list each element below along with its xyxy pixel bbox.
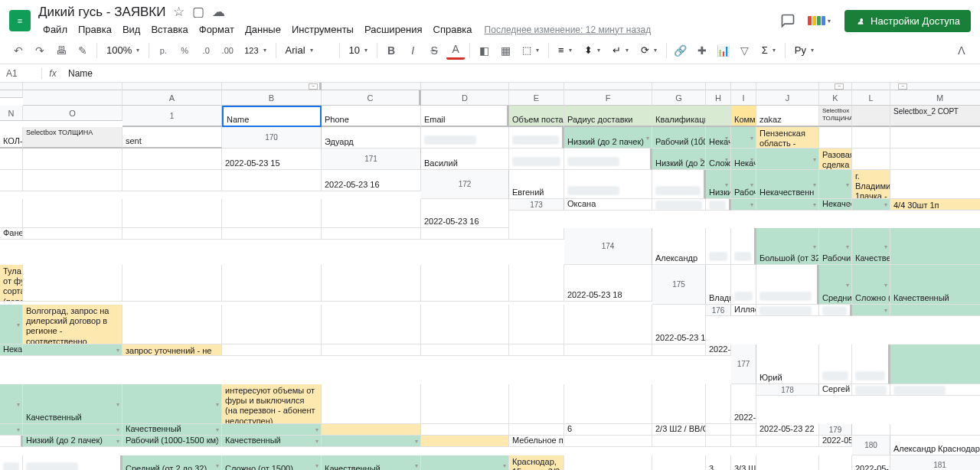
- cell-volume[interactable]: [731, 199, 756, 211]
- column-header-B[interactable]: B: [222, 90, 322, 106]
- column-header-D[interactable]: D: [421, 90, 509, 106]
- row-header-175[interactable]: 175: [652, 265, 706, 305]
- functions-button[interactable]: Σ: [757, 44, 780, 56]
- collapse-toolbar-button[interactable]: ᐱ: [952, 41, 971, 60]
- cell-g[interactable]: [0, 305, 23, 344]
- cell-qual[interactable]: Качественный: [322, 455, 421, 470]
- row-header-177[interactable]: 177: [731, 344, 756, 384]
- cell-g[interactable]: [756, 149, 819, 170]
- merge-button[interactable]: ⬚: [518, 44, 544, 56]
- row-header-173[interactable]: 173: [509, 199, 564, 211]
- column-header-M[interactable]: M: [890, 90, 980, 106]
- row-header-181[interactable]: 181: [890, 455, 980, 470]
- column-header-corner[interactable]: [23, 90, 122, 106]
- meet-icon[interactable]: ▾: [808, 11, 834, 30]
- cell-g[interactable]: [222, 424, 322, 436]
- star-icon[interactable]: ☆: [173, 4, 185, 20]
- chart-button[interactable]: 📊: [714, 41, 733, 60]
- column-header-G[interactable]: G: [652, 90, 706, 106]
- link-button[interactable]: 🔗: [671, 41, 690, 60]
- cell-volume[interactable]: Низкий (до 2 пачек): [23, 436, 122, 447]
- borders-button[interactable]: ▦: [496, 41, 514, 60]
- decrease-decimal-button[interactable]: .0: [197, 41, 215, 60]
- doc-title[interactable]: Дикий гусь - ЗАЯВКИ: [38, 5, 165, 20]
- header-k[interactable]: [852, 106, 890, 127]
- column-header-L[interactable]: L: [852, 90, 890, 106]
- cell-volume[interactable]: [0, 424, 23, 436]
- header-qty[interactable]: КОЛ-ВО: [0, 127, 23, 149]
- column-header-C[interactable]: C: [322, 90, 421, 106]
- sheets-logo[interactable]: ≡: [9, 10, 31, 31]
- wrap-button[interactable]: ↵: [608, 44, 633, 56]
- cell-volume[interactable]: [890, 344, 980, 384]
- cell-qual[interactable]: Качественный: [122, 424, 222, 436]
- header-volume[interactable]: Объем поставки: [509, 106, 564, 127]
- cell-radius[interactable]: Рабочий (1000-1500 км): [819, 228, 852, 265]
- percent-button[interactable]: %: [175, 41, 194, 60]
- header-g[interactable]: [706, 106, 731, 127]
- currency-button[interactable]: р.: [154, 41, 172, 60]
- row-header-180[interactable]: 180: [852, 436, 890, 455]
- filter-button[interactable]: ▽: [736, 41, 754, 60]
- text-color-button[interactable]: A: [446, 41, 465, 60]
- cell-reference[interactable]: A1: [0, 68, 42, 79]
- input-mode-button[interactable]: Ру: [790, 44, 818, 56]
- menu-Инструменты[interactable]: Инструменты: [287, 21, 358, 38]
- cell-volume[interactable]: [852, 305, 890, 316]
- cell-g[interactable]: [421, 455, 509, 470]
- print-button[interactable]: 🖶: [52, 41, 70, 60]
- cell-qual[interactable]: Некачественн: [756, 170, 819, 199]
- halign-button[interactable]: ≡: [554, 44, 577, 56]
- menu-Расширения[interactable]: Расширения: [360, 21, 427, 38]
- group-collapse-button[interactable]: −: [309, 83, 318, 90]
- share-button[interactable]: Настройки Доступа: [844, 10, 971, 32]
- cell-volume[interactable]: Низкий (до 2 пачек): [652, 149, 706, 170]
- last-edit-link[interactable]: Последнее изменение: 12 минут назад: [485, 24, 652, 35]
- zoom-select[interactable]: 100%: [102, 44, 144, 56]
- column-header-I[interactable]: I: [731, 90, 756, 106]
- column-header-H[interactable]: H: [706, 90, 731, 106]
- column-header-N[interactable]: N: [0, 106, 23, 121]
- column-header-F[interactable]: F: [564, 90, 652, 106]
- cell-volume[interactable]: Средний (от 2 до 32): [122, 455, 222, 470]
- header-name[interactable]: Name: [222, 106, 322, 127]
- number-format-select[interactable]: 123: [240, 46, 270, 55]
- cell-qual[interactable]: Некачественн: [0, 344, 23, 356]
- column-header-A[interactable]: A: [122, 90, 222, 106]
- cell-radius[interactable]: Сложно (от 1500): [852, 265, 890, 305]
- font-select[interactable]: Arial: [281, 44, 335, 56]
- header-qual[interactable]: Квалификация: [652, 106, 706, 127]
- cell-g[interactable]: [122, 384, 222, 424]
- header-jk[interactable]: SelectboxТОЛЩИНА: [819, 106, 852, 127]
- cell-qual[interactable]: Качественный: [890, 265, 980, 305]
- cell-qual[interactable]: Некачественн: [819, 199, 852, 211]
- cell-volume[interactable]: Большой (от 32): [756, 228, 819, 265]
- undo-button[interactable]: ↶: [9, 41, 28, 60]
- cell-qual[interactable]: Качественный: [23, 384, 122, 424]
- cell-g[interactable]: [731, 127, 756, 149]
- row-header-176[interactable]: 176: [706, 305, 731, 316]
- row-header-174[interactable]: 174: [564, 228, 652, 265]
- cell-g[interactable]: [322, 436, 421, 447]
- menu-Вид[interactable]: Вид: [118, 21, 145, 38]
- folder-icon[interactable]: ▢: [192, 4, 204, 20]
- cell-g[interactable]: [852, 199, 890, 211]
- column-header-E[interactable]: E: [509, 90, 564, 106]
- cell-radius[interactable]: Рабочий (1000-1500 км): [122, 436, 222, 447]
- header-sort[interactable]: Selectbox_2 СОРТ: [890, 106, 980, 127]
- cell-volume[interactable]: Средний (от 2 до 32): [819, 265, 852, 305]
- column-header-O[interactable]: O: [23, 106, 122, 121]
- cell-radius[interactable]: [23, 424, 122, 436]
- redo-button[interactable]: ↷: [31, 41, 49, 60]
- cell-qual[interactable]: Некачественн: [731, 149, 756, 170]
- row-header-171[interactable]: 171: [322, 149, 421, 170]
- group-collapse-button[interactable]: −: [898, 83, 907, 90]
- row-header-179[interactable]: 179: [819, 424, 852, 436]
- comments-icon[interactable]: [779, 11, 797, 30]
- menu-Данные[interactable]: Данные: [240, 21, 286, 38]
- comment-button[interactable]: ✚: [693, 41, 711, 60]
- header-thickness[interactable]: Selectbox ТОЛЩИНА: [23, 127, 122, 149]
- row-header-178[interactable]: 178: [756, 384, 819, 396]
- cell-g[interactable]: [819, 170, 852, 199]
- row-header-170[interactable]: 170: [222, 127, 322, 149]
